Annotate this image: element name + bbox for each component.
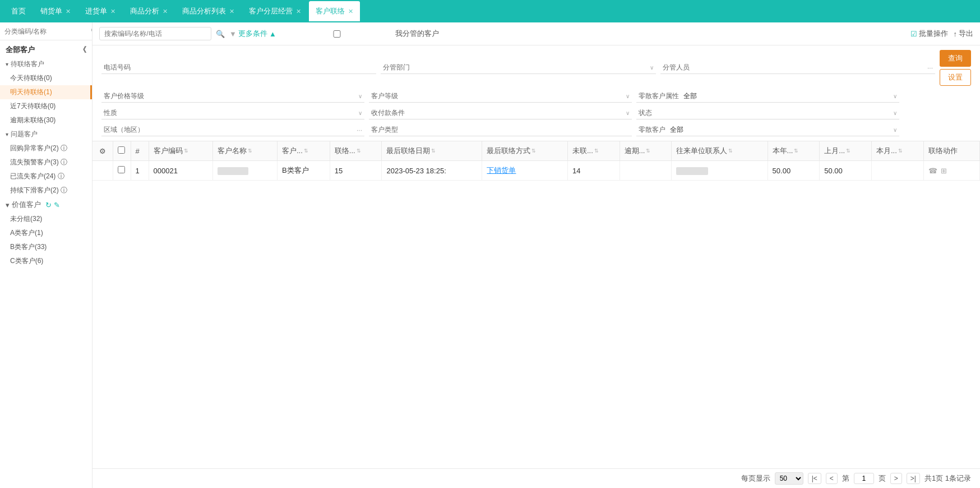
all-customers-label: 全部客户 xyxy=(6,45,35,55)
col-contact-sort[interactable]: ⇅ xyxy=(357,148,361,154)
page-label: 第 xyxy=(842,473,849,484)
sidebar-group-problem-customers[interactable]: 问题客户 xyxy=(0,127,92,141)
filter-retail-attr[interactable]: 零散客户属性 全部 ∨ xyxy=(636,90,899,103)
col-type[interactable]: 客户... ⇅ xyxy=(277,141,330,161)
cell-last-contact-method[interactable]: 下销货单 xyxy=(482,161,567,181)
set-button[interactable]: 设置 xyxy=(940,69,971,86)
nav-goods-analysis-close[interactable]: ✕ xyxy=(163,8,168,15)
col-code-sort[interactable]: ⇅ xyxy=(184,148,188,154)
last-contact-method-link[interactable]: 下销货单 xyxy=(487,166,516,174)
search-input[interactable] xyxy=(99,27,211,40)
col-type-sort[interactable]: ⇅ xyxy=(304,148,308,154)
col-checkbox[interactable] xyxy=(113,141,131,161)
filter-retail-customer[interactable]: 零散客户 全部 ∨ xyxy=(636,124,899,136)
nav-sales-close[interactable]: ✕ xyxy=(66,8,71,15)
sidebar-group-pending-contact[interactable]: 待联络客户 xyxy=(0,57,92,71)
sidebar-item-declining[interactable]: 持续下滑客户(2) ⓘ xyxy=(0,183,92,197)
action-grid-icon[interactable]: ⊞ xyxy=(941,167,947,175)
sidebar-item-lost-warning[interactable]: 流失预警客户(3) ⓘ xyxy=(0,155,92,169)
col-this-year[interactable]: 本年... ⇅ xyxy=(768,141,820,161)
filter-payment[interactable]: 收付款条件 ∨ xyxy=(369,107,632,119)
nav-purchase-close[interactable]: ✕ xyxy=(110,8,115,15)
filter-phone[interactable]: 电话号码 xyxy=(101,62,376,74)
col-this-year-sort[interactable]: ⇅ xyxy=(794,148,798,154)
filter-nature[interactable]: 性质 ∨ xyxy=(101,107,364,119)
cell-checkbox[interactable] xyxy=(113,161,131,181)
sidebar-search-input[interactable] xyxy=(4,27,89,35)
sidebar-item-overdue[interactable]: 逾期未联络(30) xyxy=(0,113,92,127)
nav-goods-analysis-list[interactable]: 商品分析列表 ✕ xyxy=(175,1,241,21)
sidebar-item-lost[interactable]: 已流失客户(24) ⓘ xyxy=(0,169,92,183)
filter-status[interactable]: 状态 ∨ xyxy=(636,107,899,119)
col-code[interactable]: 客户编码 ⇅ xyxy=(149,141,213,161)
value-refresh-icon[interactable]: ↻ xyxy=(45,201,52,209)
filter-customer-type[interactable]: 客户类型 xyxy=(369,124,632,136)
col-last-contact-date[interactable]: 最后联络日期 ⇅ xyxy=(382,141,482,161)
sidebar-item-c-class[interactable]: C类客户(6) xyxy=(0,254,92,268)
nav-customer-tier[interactable]: 客户分层经营 ✕ xyxy=(242,1,308,21)
col-overdue[interactable]: 逾期... ⇅ xyxy=(620,141,672,161)
next-page-btn[interactable]: > xyxy=(890,473,902,484)
col-name[interactable]: 客户名称 ⇅ xyxy=(213,141,278,161)
sidebar-item-tomorrow[interactable]: 明天待联络(1) xyxy=(0,85,92,99)
query-button[interactable]: 查询 xyxy=(940,50,971,67)
nav-customer-contact-close[interactable]: ✕ xyxy=(348,8,353,15)
sidebar-group-value-customers[interactable]: ▾价值客户 ↻ ✎ xyxy=(0,197,92,212)
more-conditions-btn[interactable]: ▼ 更多条件 ▲ xyxy=(229,29,276,39)
last-page-btn[interactable]: >| xyxy=(907,473,920,484)
first-page-btn[interactable]: |< xyxy=(808,473,821,484)
value-edit-icon[interactable]: ✎ xyxy=(54,201,60,209)
sidebar-item-b-class[interactable]: B类客户(33) xyxy=(0,240,92,254)
nav-purchase[interactable]: 进货单 ✕ xyxy=(78,1,122,21)
prev-page-btn[interactable]: < xyxy=(826,473,838,484)
nav-customer-contact[interactable]: 客户联络 ✕ xyxy=(309,1,360,21)
page-size-select[interactable]: 50 100 200 xyxy=(775,472,803,485)
row-checkbox[interactable] xyxy=(118,166,125,173)
col-contact[interactable]: 联络... ⇅ xyxy=(330,141,382,161)
col-last-contact-method-sort[interactable]: ⇅ xyxy=(531,148,536,154)
filter-dept[interactable]: 分管部门 ∨ xyxy=(381,62,655,74)
action-phone-icon[interactable]: ☎ xyxy=(928,167,937,175)
export-btn[interactable]: ↑ 导出 xyxy=(954,29,974,39)
my-customers-checkbox[interactable]: 我分管的客户 xyxy=(281,29,439,39)
filter-price-level[interactable]: 客户价格等级 ∨ xyxy=(101,90,364,103)
col-last-month-sort[interactable]: ⇅ xyxy=(846,148,850,154)
nav-goods-analysis[interactable]: 商品分析 ✕ xyxy=(123,1,174,21)
col-unit-contact[interactable]: 往来单位联系人 ⇅ xyxy=(672,141,768,161)
col-no-contact-sort[interactable]: ⇅ xyxy=(594,148,599,154)
nav-sales[interactable]: 销货单 ✕ xyxy=(34,1,77,21)
filter-region[interactable]: 区域（地区） ··· xyxy=(101,124,364,136)
col-last-contact-date-sort[interactable]: ⇅ xyxy=(431,148,436,154)
col-name-sort[interactable]: ⇅ xyxy=(248,148,252,154)
my-customers-check[interactable] xyxy=(281,30,393,38)
filter-person[interactable]: 分管人员 ··· xyxy=(660,62,935,74)
sidebar-item-repurchase[interactable]: 回购异常客户(2) ⓘ xyxy=(0,141,92,155)
cell-overdue xyxy=(620,161,672,181)
col-settings[interactable]: ⚙ xyxy=(93,141,113,161)
page-input[interactable] xyxy=(854,473,874,484)
nav-home[interactable]: 首页 xyxy=(4,1,33,21)
table-body: 1 000021 Ea B类客户 15 2023-05-23 18:25: 下销… xyxy=(93,161,980,181)
collapse-icon[interactable]: 《 xyxy=(79,45,86,55)
col-this-month[interactable]: 本月... ⇅ xyxy=(871,141,923,161)
sidebar-item-today[interactable]: 今天待联络(0) xyxy=(0,71,92,85)
col-overdue-sort[interactable]: ⇅ xyxy=(646,148,650,154)
sidebar-item-week[interactable]: 近7天待联络(0) xyxy=(0,99,92,113)
sidebar-item-ungrouped[interactable]: 未分组(32) xyxy=(0,212,92,226)
col-no-contact[interactable]: 未联... ⇅ xyxy=(567,141,620,161)
batch-op-btn[interactable]: ☑ 批量操作 xyxy=(910,29,948,39)
filter-bar: 🔍 ▼ 更多条件 ▲ 我分管的客户 ☑ 批量操作 ↑ 导出 xyxy=(93,22,980,45)
filter-customer-level[interactable]: 客户等级 ∨ xyxy=(369,90,632,103)
col-unit-contact-sort[interactable]: ⇅ xyxy=(728,148,733,154)
nav-customer-tier-close[interactable]: ✕ xyxy=(296,8,301,15)
nav-goods-analysis-list-close[interactable]: ✕ xyxy=(229,8,234,15)
sidebar-item-a-class[interactable]: A类客户(1) xyxy=(0,226,92,240)
cell-index: 1 xyxy=(131,161,149,181)
cell-name: Ea xyxy=(213,161,278,181)
filter-search-icon[interactable]: 🔍 xyxy=(216,30,225,38)
col-this-month-sort[interactable]: ⇅ xyxy=(898,148,903,154)
col-last-contact-method[interactable]: 最后联络方式 ⇅ xyxy=(482,141,567,161)
col-last-month[interactable]: 上月... ⇅ xyxy=(820,141,872,161)
select-all-checkbox[interactable] xyxy=(118,146,125,154)
filter-retail-customer-value: 全部 xyxy=(670,125,891,135)
